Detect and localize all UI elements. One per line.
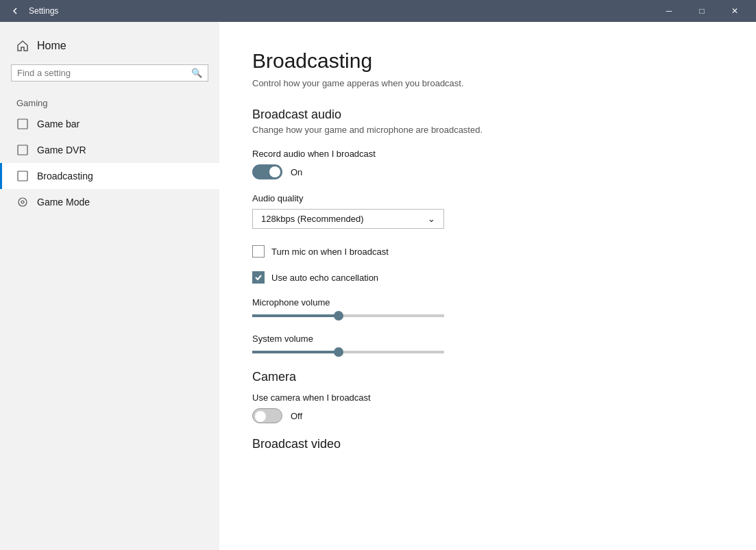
game-bar-icon [16,118,29,130]
use-camera-toggle-row: Off [252,408,723,423]
system-volume-label: System volume [252,334,723,344]
svg-rect-1 [18,145,27,155]
section-title-camera: Camera [252,370,723,384]
titlebar: Settings ─ □ ✕ [0,0,756,22]
main-layout: Home 🔍 Gaming Game bar [0,22,756,550]
section-subtitle-broadcast-audio: Change how your game and microphone are … [252,125,723,135]
use-camera-toggle-label: Off [291,411,302,421]
back-button[interactable] [5,1,25,21]
sidebar-item-game-dvr[interactable]: Game DVR [0,137,219,163]
svg-rect-0 [18,119,27,129]
toggle-knob [269,166,280,177]
svg-rect-2 [18,171,27,181]
record-audio-toggle[interactable] [252,164,282,179]
page-title: Broadcasting [252,49,723,73]
audio-quality-dropdown[interactable]: 128kbps (Recommended) ⌄ [252,209,444,229]
turn-mic-checkbox[interactable] [252,245,265,258]
sidebar-item-label-game-dvr: Game DVR [37,145,86,155]
sidebar-item-label-broadcasting: Broadcasting [37,171,93,182]
settings-window: Settings ─ □ ✕ Home 🔍 Gaming [0,0,756,550]
auto-echo-checkbox[interactable] [252,271,265,284]
broadcasting-icon [16,170,29,182]
sidebar-item-home[interactable]: Home [0,33,219,59]
toggle-knob-camera [255,411,266,422]
game-dvr-icon [16,144,29,156]
search-icon: 🔍 [191,68,202,78]
home-label: Home [37,40,66,52]
auto-echo-checkbox-row[interactable]: Use auto echo cancellation [252,271,723,284]
section-title-broadcast-video: Broadcast video [252,437,723,451]
system-volume-fill [252,351,339,353]
home-icon [16,40,29,52]
sidebar-item-game-bar[interactable]: Game bar [0,111,219,137]
use-camera-toggle[interactable] [252,408,282,423]
system-volume-section: System volume [252,334,723,353]
svg-point-3 [19,198,27,206]
sidebar-item-label-game-bar: Game bar [37,118,80,129]
system-volume-thumb[interactable] [334,347,343,357]
microphone-volume-thumb[interactable] [334,311,343,321]
audio-quality-value: 128kbps (Recommended) [261,214,364,224]
system-volume-track[interactable] [252,351,444,353]
close-button[interactable]: ✕ [719,0,751,22]
search-box[interactable]: 🔍 [11,64,208,82]
microphone-volume-label: Microphone volume [252,297,723,308]
sidebar: Home 🔍 Gaming Game bar [0,22,219,550]
content-area: Broadcasting Control how your game apper… [219,22,756,550]
minimize-button[interactable]: ─ [653,0,685,22]
sidebar-item-broadcasting[interactable]: Broadcasting [0,163,219,189]
titlebar-title: Settings [29,6,653,16]
microphone-volume-fill [252,314,339,317]
record-audio-toggle-row: On [252,164,723,179]
record-audio-toggle-label: On [291,167,302,177]
page-subtitle: Control how your game apperas when you b… [252,78,723,88]
audio-quality-row: Audio quality 128kbps (Recommended) ⌄ [252,193,723,229]
chevron-down-icon: ⌄ [428,214,435,224]
section-title-broadcast-audio: Broadcast audio [252,108,723,122]
record-audio-label: Record audio when I broadcast [252,149,723,159]
sidebar-item-label-game-mode: Game Mode [37,197,90,208]
search-input[interactable] [17,68,191,78]
svg-point-4 [21,201,24,203]
maximize-button[interactable]: □ [686,0,718,22]
microphone-volume-track[interactable] [252,314,444,317]
titlebar-controls: ─ □ ✕ [653,0,751,22]
game-mode-icon [16,196,29,208]
use-camera-label: Use camera when I broadcast [252,392,723,403]
sidebar-item-game-mode[interactable]: Game Mode [0,189,219,215]
microphone-volume-section: Microphone volume [252,297,723,317]
sidebar-section-gaming: Gaming [0,92,219,111]
turn-mic-label: Turn mic on when I broadcast [271,247,389,257]
auto-echo-label: Use auto echo cancellation [271,273,378,283]
audio-quality-label: Audio quality [252,193,723,203]
turn-mic-checkbox-row[interactable]: Turn mic on when I broadcast [252,245,723,258]
